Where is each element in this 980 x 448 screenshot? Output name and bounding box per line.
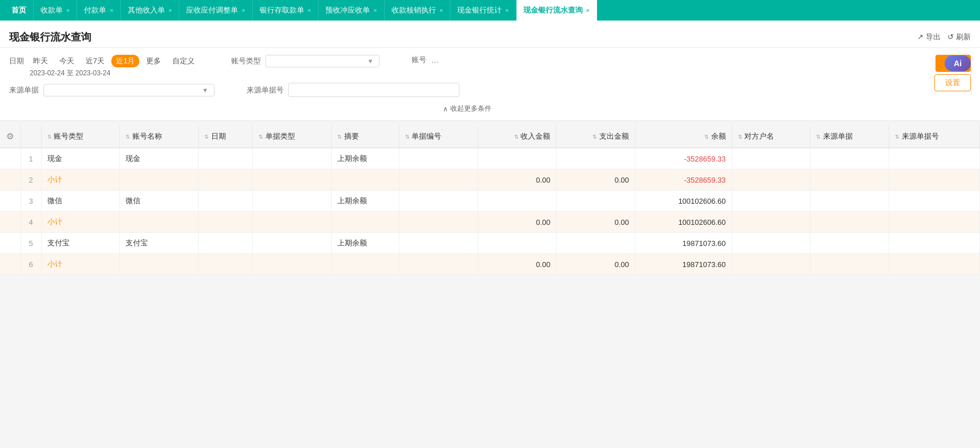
source-doc-select[interactable]: ▼	[43, 84, 215, 96]
row-expense: 0.00	[556, 169, 635, 191]
col-summary[interactable]: ⇅ 摘要	[332, 126, 400, 148]
row-counterparty	[732, 148, 810, 169]
row-doc-type	[253, 254, 332, 275]
source-doc-no-label: 来源单据号	[247, 85, 284, 95]
row-expense: 0.00	[556, 254, 635, 275]
row-num-cell: 2	[21, 169, 41, 191]
date-range-display: 2023-02-24 至 2023-03-24	[30, 69, 110, 77]
row-summary	[332, 254, 400, 275]
table-row[interactable]: 5 支付宝 支付宝 上期余额 19871073.60	[0, 233, 980, 254]
table-row[interactable]: 6 小计 0.00 0.00 19871073.60	[0, 254, 980, 275]
col-income[interactable]: ⇅ 收入金额	[478, 126, 556, 148]
export-label: 导出	[926, 32, 941, 42]
col-balance-label: 余额	[711, 132, 726, 140]
nav-other-income-label: 其他收入单	[128, 5, 165, 15]
nav-item-bank-deposit[interactable]: 银行存取款单 ×	[253, 0, 318, 21]
nav-item-ar-ap-adjust[interactable]: 应收应付调整单 ×	[179, 0, 252, 21]
col-source-doc-no[interactable]: ⇅ 来源单据号	[889, 126, 979, 148]
nav-item-other-income[interactable]: 其他收入单 ×	[121, 0, 179, 21]
ai-button[interactable]: Ai	[945, 55, 971, 71]
row-date	[198, 148, 252, 169]
row-num-cell: 4	[21, 212, 41, 233]
row-date	[198, 254, 252, 275]
col-counterparty[interactable]: ⇅ 对方户名	[732, 126, 810, 148]
col-date[interactable]: ⇅ 日期	[198, 126, 252, 148]
gear-icon[interactable]: ⚙	[6, 131, 14, 141]
table-row[interactable]: 1 现金 现金 上期余额 -3528659.33	[0, 148, 980, 169]
nav-receipt-close[interactable]: ×	[66, 7, 70, 14]
col-account-name-sort-icon: ⇅	[126, 134, 130, 140]
row-income: 0.00	[478, 169, 556, 191]
table-row[interactable]: 3 微信 微信 上期余额 100102606.60	[0, 191, 980, 212]
date-option-custom[interactable]: 自定义	[168, 55, 199, 67]
row-gear-cell	[0, 148, 21, 169]
nav-item-write-off[interactable]: 收款核销执行 ×	[385, 0, 450, 21]
col-account-name[interactable]: ⇅ 账号名称	[120, 126, 199, 148]
nav-item-cash-bank-stats[interactable]: 现金银行统计 ×	[450, 0, 516, 21]
nav-item-advance-offset[interactable]: 预收冲应收单 ×	[318, 0, 384, 21]
row-doc-type	[253, 233, 332, 254]
col-source-doc[interactable]: ⇅ 来源单据	[810, 126, 889, 148]
col-gear: ⚙	[0, 126, 21, 148]
account-type-select[interactable]: ▼	[265, 55, 380, 67]
date-option-7days[interactable]: 近7天	[81, 55, 109, 67]
row-summary: 上期余额	[332, 191, 400, 212]
nav-item-receipt[interactable]: 收款单 ×	[34, 0, 77, 21]
row-source-doc-no	[889, 254, 979, 275]
date-option-more[interactable]: 更多	[142, 55, 166, 67]
date-option-today[interactable]: 今天	[55, 55, 79, 67]
row-balance: -3528659.33	[635, 169, 732, 191]
collapse-bar[interactable]: ∧ 收起更多条件	[9, 102, 925, 114]
col-expense-sort-icon: ⇅	[592, 134, 597, 140]
nav-item-cash-bank-flow[interactable]: 现金银行流水查询 ×	[517, 0, 597, 21]
nav-payment-close[interactable]: ×	[110, 7, 113, 14]
account-ellipsis[interactable]: ...	[431, 55, 438, 65]
nav-advance-offset-label: 预收冲应收单	[325, 5, 370, 15]
nav-write-off-close[interactable]: ×	[439, 7, 443, 14]
col-doc-type[interactable]: ⇅ 单据类型	[253, 126, 332, 148]
col-account-type-sort-icon: ⇅	[47, 134, 52, 140]
row-counterparty	[732, 191, 810, 212]
col-date-label: 日期	[211, 132, 226, 140]
row-account-name	[120, 169, 199, 191]
date-options: 昨天 今天 近7天 近1月 更多 自定义	[29, 55, 199, 67]
row-income: 0.00	[478, 254, 556, 275]
nav-item-home[interactable]: 首页	[5, 0, 34, 21]
nav-cash-bank-flow-close[interactable]: ×	[586, 7, 590, 14]
col-account-type[interactable]: ⇅ 账号类型	[41, 126, 120, 148]
col-balance[interactable]: ⇅ 余额	[635, 126, 732, 148]
row-account-name: 现金	[120, 148, 199, 169]
col-doc-no-sort-icon: ⇅	[405, 134, 410, 140]
row-counterparty	[732, 254, 810, 275]
table-row[interactable]: 2 小计 0.00 0.00 -3528659.33	[0, 169, 980, 191]
row-expense	[556, 191, 635, 212]
date-option-1month[interactable]: 近1月	[111, 55, 139, 67]
page-title: 现金银行流水查询	[9, 30, 91, 44]
row-account-name	[120, 212, 199, 233]
row-counterparty	[732, 233, 810, 254]
table-row[interactable]: 4 小计 0.00 0.00 100102606.60	[0, 212, 980, 233]
col-doc-no[interactable]: ⇅ 单据编号	[399, 126, 478, 148]
nav-bank-deposit-close[interactable]: ×	[308, 7, 311, 14]
nav-ar-ap-adjust-close[interactable]: ×	[241, 7, 245, 14]
row-doc-no	[399, 169, 478, 191]
nav-item-payment[interactable]: 付款单 ×	[77, 0, 120, 21]
collapse-label: 收起更多条件	[450, 104, 491, 114]
nav-cash-bank-stats-close[interactable]: ×	[505, 7, 509, 14]
col-expense[interactable]: ⇅ 支出金额	[556, 126, 635, 148]
date-filter-label: 日期	[9, 56, 24, 66]
source-doc-no-input[interactable]	[288, 83, 459, 97]
account-type-label: 账号类型	[231, 56, 261, 66]
nav-other-income-close[interactable]: ×	[168, 7, 172, 14]
export-button[interactable]: ↗ 导出	[917, 32, 941, 42]
settings-button[interactable]: 设置	[934, 74, 971, 91]
nav-advance-offset-close[interactable]: ×	[373, 7, 377, 14]
account-label: 账号	[412, 55, 426, 65]
refresh-label: 刷新	[956, 32, 971, 42]
row-income	[478, 233, 556, 254]
date-option-yesterday[interactable]: 昨天	[29, 55, 53, 67]
row-doc-type	[253, 148, 332, 169]
nav-cash-bank-flow-label: 现金银行流水查询	[523, 5, 583, 15]
col-income-sort-icon: ⇅	[514, 134, 519, 140]
refresh-button[interactable]: ↺ 刷新	[947, 32, 971, 42]
